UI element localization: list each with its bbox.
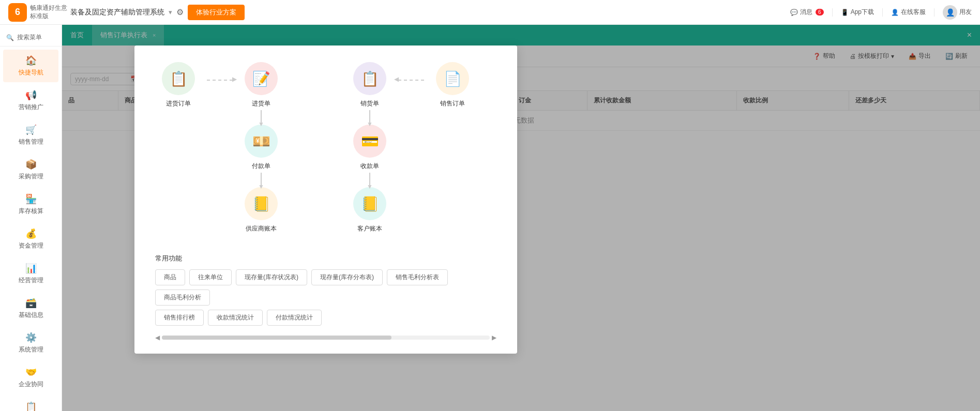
system-icon: ⚙️ — [25, 332, 37, 343]
system-title: 装备及固定资产辅助管理系统 — [70, 8, 164, 17]
common-func-title: 常用功能 — [155, 254, 496, 263]
sidebar-label-marketing: 营销推广 — [19, 103, 43, 112]
sidebar-item-system[interactable]: ⚙️ 系统管理 — [3, 327, 58, 359]
scrollbar-track[interactable] — [162, 336, 490, 340]
node-payment-bill[interactable]: 💴 付款单 — [245, 125, 278, 171]
purchase-icon: 📦 — [25, 159, 37, 170]
main-layout: 🔍 搜索菜单 🏠 快捷导航 📢 营销推广 🛒 销售管理 📦 采购管理 🏪 库存核… — [0, 25, 980, 411]
sidebar-item-purchase[interactable]: 📦 采购管理 — [3, 154, 58, 186]
sidebar-label-finance: 资金管理 — [19, 241, 43, 250]
func-buttons-row2: 销售排行榜 收款情况统计 付款情况统计 — [155, 310, 496, 326]
arrow-h-2 — [398, 80, 424, 91]
arrow-v-sales — [369, 108, 370, 125]
node-customer-book[interactable]: 📒 客户账本 — [353, 187, 386, 233]
arrow-v-receipt — [369, 171, 370, 187]
arrow-down-receipt — [369, 173, 370, 185]
search-menu-label: 搜索菜单 — [17, 33, 42, 42]
sidebar-item-finance[interactable]: 💰 资金管理 — [3, 223, 58, 255]
message-badge: 6 — [816, 9, 824, 16]
node-receipt-bill[interactable]: 💳 收款单 — [353, 125, 386, 171]
modal-scrollbar: ◀ ▶ — [155, 334, 496, 341]
user-name-label: 用友 — [959, 8, 972, 17]
purchase-order-label: 进货订单 — [166, 99, 191, 108]
func-btn-counterpart[interactable]: 往来单位 — [189, 269, 232, 285]
gear-icon[interactable]: ⚙ — [176, 7, 184, 17]
modal-overlay: 📋 进货订单 📝 进货单 📋 — [62, 25, 980, 411]
finance-icon: 💰 — [25, 228, 37, 239]
logo-text: 畅康通好生意 标准版 — [30, 4, 67, 20]
arrow-down-purchase — [261, 110, 262, 123]
search-icon: 🔍 — [6, 34, 14, 41]
sales-bill-circle: 📋 — [353, 62, 386, 95]
receipt-bill-label: 收款单 — [360, 162, 379, 171]
sidebar-item-marketing[interactable]: 📢 营销推广 — [3, 84, 58, 117]
supplier-book-label: 供应商账本 — [246, 224, 277, 233]
customer-book-circle: 📒 — [353, 187, 386, 220]
sidebar-label-ops: 经营管理 — [19, 276, 43, 285]
arrow-v-payment — [261, 171, 262, 187]
search-menu[interactable]: 🔍 搜索菜单 — [0, 29, 62, 47]
logo-icon: 6 — [8, 3, 27, 22]
sidebar-label-purchase: 采购管理 — [19, 172, 43, 181]
payment-bill-circle: 💴 — [245, 125, 278, 158]
node-purchase-bill[interactable]: 📝 进货单 — [245, 62, 278, 108]
message-label: 消息 — [800, 8, 812, 17]
sales-order-label: 销售订单 — [440, 99, 465, 108]
sidebar-item-corp[interactable]: 🤝 企业协同 — [3, 361, 58, 394]
online-service-action[interactable]: 👤 在线客服 — [891, 8, 926, 17]
message-action[interactable]: 💬 消息 6 — [790, 8, 824, 17]
func-btn-receipt-stat[interactable]: 收款情况统计 — [208, 310, 263, 326]
system-title-area: 装备及固定资产辅助管理系统 ▾ ⚙ 体验行业方案 — [70, 5, 790, 20]
sidebar-item-quick[interactable]: 🏠 快捷导航 — [3, 50, 58, 82]
logo-line1: 畅康通好生意 — [30, 4, 67, 12]
func-btn-product-gross[interactable]: 商品毛利分析 — [155, 290, 210, 306]
common-functions-section: 常用功能 商品 往来单位 现存量(库存状况表) 现存量(库存分布表) 销售毛利分… — [155, 254, 496, 326]
sidebar-item-sales[interactable]: 🛒 销售管理 — [3, 119, 58, 151]
func-btn-sales-rank[interactable]: 销售排行榜 — [155, 310, 204, 326]
online-service-label: 在线客服 — [901, 8, 926, 17]
supplier-book-circle: 📒 — [245, 187, 278, 220]
receipt-bill-circle: 💳 — [353, 125, 386, 158]
download-icon: 📱 — [841, 9, 849, 16]
modal-box: 📋 进货订单 📝 进货单 📋 — [134, 45, 517, 354]
app-download-action[interactable]: 📱 App下载 — [841, 8, 874, 17]
divider-1 — [832, 8, 833, 17]
sidebar-label-corp: 企业协同 — [19, 380, 43, 389]
func-btn-stock-dist[interactable]: 现存量(库存分布表) — [311, 269, 383, 285]
purchase-bill-circle: 📝 — [245, 62, 278, 95]
top-header: 6 畅康通好生意 标准版 装备及固定资产辅助管理系统 ▾ ⚙ 体验行业方案 💬 … — [0, 0, 980, 25]
logo-line2: 标准版 — [30, 12, 67, 21]
dashed-arrow-2 — [398, 80, 424, 81]
corp-icon: 🤝 — [25, 367, 37, 378]
sidebar-label-quick: 快捷导航 — [19, 68, 43, 77]
func-btn-stock-status[interactable]: 现存量(库存状况表) — [236, 269, 307, 285]
sales-icon: 🛒 — [25, 124, 37, 135]
func-btn-payment-stat[interactable]: 付款情况统计 — [267, 310, 322, 326]
func-btn-sales-gross[interactable]: 销售毛利分析表 — [387, 269, 448, 285]
guide-icon: 📋 — [25, 401, 37, 411]
avatar: 👤 — [943, 5, 957, 20]
logo-area: 6 畅康通好生意 标准版 — [8, 3, 70, 22]
sales-bill-label: 销货单 — [360, 99, 379, 108]
payment-bill-label: 付款单 — [252, 162, 270, 171]
sidebar-item-inventory[interactable]: 🏪 库存核算 — [3, 188, 58, 221]
sidebar-label-system: 系统管理 — [19, 345, 43, 354]
node-purchase-order[interactable]: 📋 进货订单 — [162, 62, 195, 108]
sidebar-item-ops[interactable]: 📊 经营管理 — [3, 257, 58, 290]
arrow-v-purchase — [261, 108, 262, 125]
node-sales-order[interactable]: 📄 销售订单 — [436, 62, 469, 108]
scroll-left-arrow[interactable]: ◀ — [155, 334, 160, 341]
sidebar-item-base[interactable]: 🗃️ 基础信息 — [3, 292, 58, 325]
customer-book-label: 客户账本 — [357, 224, 382, 233]
trial-button[interactable]: 体验行业方案 — [188, 5, 245, 20]
user-action[interactable]: 👤 用友 — [943, 5, 972, 20]
func-btn-product[interactable]: 商品 — [155, 269, 185, 285]
sidebar-item-guide[interactable]: 📋 新手引导 — [3, 396, 58, 411]
dropdown-icon[interactable]: ▾ — [169, 8, 172, 16]
scroll-right-arrow[interactable]: ▶ — [492, 334, 496, 341]
ops-icon: 📊 — [25, 263, 37, 274]
purchase-order-circle: 📋 — [162, 62, 195, 95]
arrow-h-1 — [207, 80, 233, 91]
node-sales-bill[interactable]: 📋 销货单 — [353, 62, 386, 108]
node-supplier-book[interactable]: 📒 供应商账本 — [245, 187, 278, 233]
